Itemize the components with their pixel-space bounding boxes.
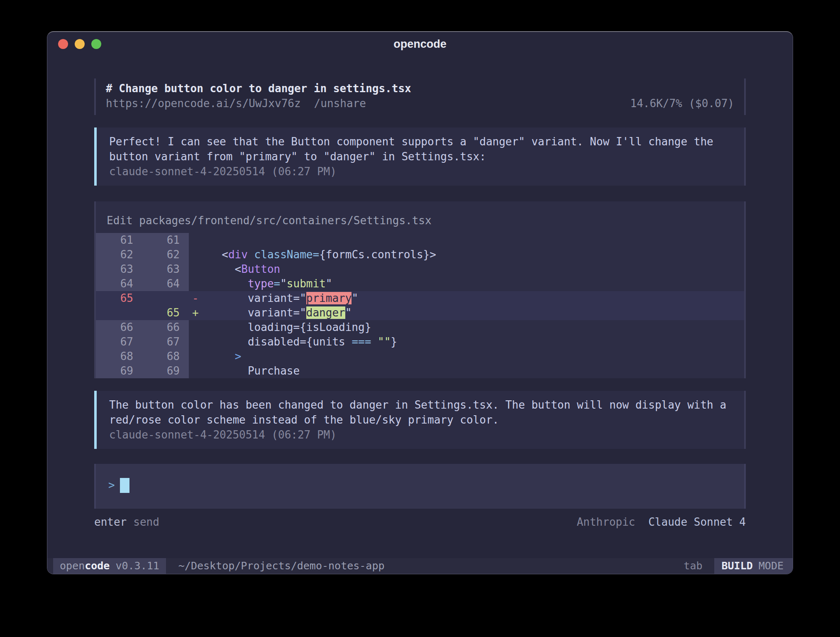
new-line-number: 68 — [142, 349, 189, 364]
mode-name: BUILD — [722, 560, 753, 572]
diff-row: 65+ variant="danger" — [96, 306, 744, 320]
app-name-light: open — [60, 560, 85, 572]
assistant-message-text: Perfect! I can see that the Button compo… — [109, 134, 729, 164]
session-header: # Change button color to danger in setti… — [94, 78, 746, 115]
old-line-number: 61 — [96, 233, 142, 247]
new-line-number: 61 — [142, 233, 189, 247]
old-line-number: 69 — [96, 364, 142, 378]
diff-row: 6868 > — [96, 349, 744, 364]
new-line-number: 69 — [142, 364, 189, 378]
new-line-number — [142, 291, 189, 306]
diff-row: 6767 disabled={units === ""} — [96, 335, 744, 349]
new-line-number: 64 — [142, 277, 189, 291]
new-line-number: 62 — [142, 247, 189, 262]
assistant-message-meta: claude-sonnet-4-20250514 (06:27 PM) — [109, 164, 729, 179]
code-line: variant="primary" — [209, 291, 744, 306]
window-title: opencode — [47, 32, 793, 56]
diff-row: 6363 <Button — [96, 262, 744, 277]
enter-key-hint: enter — [94, 514, 127, 529]
code-line: type="submit" — [209, 277, 744, 291]
share-row: https://opencode.ai/s/UwJxv76z /unshare … — [106, 96, 734, 111]
mode-chip[interactable]: BUILDMODE — [714, 558, 793, 574]
assistant-message-1: Perfect! I can see that the Button compo… — [94, 127, 746, 186]
assistant-message-2: The button color has been changed to dan… — [94, 391, 746, 449]
new-line-number: 65 — [142, 306, 189, 320]
diff-marker: + — [189, 306, 209, 320]
old-line-number: 66 — [96, 320, 142, 335]
edit-tool-card: Edit packages/frontend/src/containers/Se… — [94, 201, 746, 378]
diff-row: 6969 Purchase — [96, 364, 744, 378]
diff-row: 6666 loading={isLoading} — [96, 320, 744, 335]
code-line: Purchase — [209, 364, 744, 378]
terminal-content: # Change button color to danger in setti… — [47, 56, 793, 558]
old-line-number: 62 — [96, 247, 142, 262]
mode-suffix: MODE — [759, 560, 784, 572]
code-line: > — [209, 349, 744, 364]
old-line-number — [96, 306, 142, 320]
model-info: Anthropic Claude Sonnet 4 — [577, 514, 746, 529]
session-title: # Change button color to danger in setti… — [106, 81, 734, 96]
diff-marker: - — [189, 291, 209, 306]
close-button[interactable] — [58, 39, 68, 49]
code-line: loading={isLoading} — [209, 320, 744, 335]
diff-row: 6262 <div className={formCs.controls}> — [96, 247, 744, 262]
assistant-message-text: The button color has been changed to dan… — [109, 397, 729, 427]
code-line — [209, 233, 744, 247]
provider-name: Anthropic — [577, 516, 635, 528]
app-version-chip: opencodev0.3.11 — [53, 558, 166, 574]
old-line-number: 68 — [96, 349, 142, 364]
diff-marker — [189, 320, 209, 335]
old-line-number: 64 — [96, 277, 142, 291]
diff-marker — [189, 233, 209, 247]
code-line: <div className={formCs.controls}> — [209, 247, 744, 262]
new-line-number: 67 — [142, 335, 189, 349]
diff-row: 6161 — [96, 233, 744, 247]
diff-marker — [189, 349, 209, 364]
unshare-command[interactable]: /unshare — [314, 96, 366, 111]
prompt-symbol: > — [108, 479, 115, 491]
app-name-bold: code — [85, 560, 110, 572]
diff-marker — [189, 335, 209, 349]
status-bar-right: tab BUILDMODE — [684, 558, 793, 574]
diff-marker — [189, 277, 209, 291]
model-name: Claude Sonnet 4 — [648, 516, 746, 528]
hint-row: enter send Anthropic Claude Sonnet 4 — [94, 514, 746, 529]
diff-view: 61616262 <div className={formCs.controls… — [96, 233, 744, 378]
prompt-input[interactable]: > — [94, 464, 746, 509]
diff-marker — [189, 247, 209, 262]
context-usage-stats: 14.6K/7% ($0.07) — [630, 96, 734, 111]
working-directory: ~/Desktop/Projects/demo-notes-app — [178, 558, 385, 574]
new-line-number: 63 — [142, 262, 189, 277]
edit-tool-header: Edit packages/frontend/src/containers/Se… — [96, 213, 744, 228]
tab-key-hint[interactable]: tab — [684, 558, 702, 574]
old-line-number: 65 — [96, 291, 142, 306]
desktop-background: opencode # Change button color to danger… — [0, 0, 840, 637]
old-line-number: 63 — [96, 262, 142, 277]
old-line-number: 67 — [96, 335, 142, 349]
code-line: disabled={units === ""} — [209, 335, 744, 349]
diff-marker — [189, 364, 209, 378]
opencode-window: opencode # Change button color to danger… — [47, 31, 793, 574]
diff-row: 6464 type="submit" — [96, 277, 744, 291]
zoom-button[interactable] — [91, 39, 101, 49]
code-line: <Button — [209, 262, 744, 277]
text-cursor — [120, 478, 129, 493]
send-action-label: send — [133, 514, 159, 529]
diff-row: 65- variant="primary" — [96, 291, 744, 306]
window-titlebar[interactable]: opencode — [47, 32, 793, 56]
traffic-lights — [58, 39, 101, 49]
new-line-number: 66 — [142, 320, 189, 335]
code-line: variant="danger" — [209, 306, 744, 320]
app-version: v0.3.11 — [115, 560, 159, 572]
share-url-link[interactable]: https://opencode.ai/s/UwJxv76z — [106, 96, 301, 111]
assistant-message-meta: claude-sonnet-4-20250514 (06:27 PM) — [109, 427, 729, 442]
minimize-button[interactable] — [75, 39, 85, 49]
status-bar: opencodev0.3.11 ~/Desktop/Projects/demo-… — [47, 558, 793, 574]
diff-marker — [189, 262, 209, 277]
